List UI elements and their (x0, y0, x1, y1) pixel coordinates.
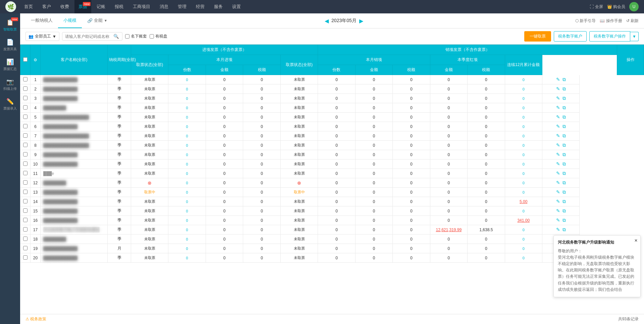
copy-icon[interactable]: ⧉ (562, 161, 566, 167)
has-tax-checkbox[interactable] (150, 34, 154, 39)
edit-icon[interactable]: ✎ (556, 95, 560, 101)
cont12-value[interactable]: 0 (523, 153, 525, 157)
one-click-ticket-btn[interactable]: 一键取票 (524, 31, 551, 42)
nav-tax[interactable]: 报税 (111, 0, 127, 13)
cont12-value[interactable]: 0 (523, 237, 525, 241)
tax-policy-link[interactable]: ⚠ 税务政策 (25, 316, 46, 322)
edit-icon[interactable]: ✎ (556, 227, 560, 232)
row-checkbox[interactable] (23, 199, 28, 203)
copy-icon[interactable]: ⧉ (562, 171, 566, 176)
copy-icon[interactable]: ⧉ (562, 152, 566, 157)
fullscreen-btn[interactable]: ⛶ 全屏 (590, 4, 603, 10)
copy-icon[interactable]: ⧉ (562, 133, 566, 138)
row-checkbox[interactable] (23, 96, 28, 100)
edit-icon[interactable]: ✎ (556, 114, 560, 120)
row-checkbox[interactable] (23, 161, 28, 166)
cont12-value[interactable]: 0 (523, 87, 525, 91)
cont12-value[interactable]: 0 (523, 96, 525, 101)
cont12-link[interactable]: 341.00 (517, 218, 530, 223)
notification-close-btn[interactable]: ✕ (634, 238, 638, 243)
nav-accounting[interactable]: 记账 (93, 0, 109, 13)
copy-icon[interactable]: ⧉ (562, 142, 566, 148)
edit-icon[interactable]: ✎ (556, 152, 560, 157)
row-checkbox[interactable] (23, 208, 28, 213)
edit-icon[interactable]: ✎ (556, 77, 560, 82)
date-next-btn[interactable]: ▶ (359, 18, 363, 24)
nav-customer[interactable]: 客户 (38, 0, 55, 13)
edit-icon[interactable]: ✎ (556, 124, 560, 129)
copy-icon[interactable]: ⧉ (562, 217, 566, 223)
cont12-value[interactable]: 0 (523, 162, 525, 166)
copy-icon[interactable]: ⧉ (562, 114, 566, 120)
nav-settings[interactable]: 设置 (228, 0, 245, 13)
edit-icon[interactable]: ✎ (556, 105, 560, 110)
cont12-value[interactable]: 0 (523, 172, 525, 176)
row-checkbox[interactable] (23, 180, 28, 185)
nav-home[interactable]: 首页 (20, 0, 37, 13)
my-accounts-filter[interactable]: 名下账套 (125, 34, 147, 39)
cont12-value[interactable]: 0 (523, 228, 525, 232)
cont12-value[interactable]: 0 (523, 143, 525, 147)
cont12-value[interactable]: 0 (523, 247, 525, 251)
cont12-value[interactable]: 0 (523, 125, 525, 129)
new-guide-btn[interactable]: ⬡ 新手引导 (575, 18, 596, 24)
row-checkbox[interactable] (23, 218, 28, 222)
edit-icon[interactable]: ✎ (556, 161, 560, 167)
row-checkbox[interactable] (23, 124, 28, 128)
row-checkbox[interactable] (23, 246, 28, 250)
cont12-value[interactable]: 0 (523, 190, 525, 194)
nav-manage[interactable]: 管理 (174, 0, 191, 13)
has-tax-filter[interactable]: 有税盘 (150, 34, 167, 39)
copy-icon[interactable]: ⧉ (562, 180, 566, 185)
tab-all[interactable]: 🔗 全能 ▼ (82, 13, 113, 28)
member-btn[interactable]: 👑 购会员 (607, 4, 625, 10)
edit-icon[interactable]: ✎ (556, 199, 560, 204)
copy-icon[interactable]: ⧉ (562, 105, 566, 110)
sidebar-item-smart-ticket[interactable]: 📋 智能取票 new (1, 16, 19, 35)
nav-message[interactable]: 消息 (156, 0, 172, 13)
sidebar-item-invoice-open[interactable]: 📄 发票开具 (1, 36, 19, 54)
edit-icon[interactable]: ✎ (556, 142, 560, 148)
nav-invoice[interactable]: 票据 new (74, 0, 91, 13)
edit-icon[interactable]: ✎ (556, 86, 560, 91)
copy-icon[interactable]: ⧉ (562, 189, 566, 195)
date-prev-btn[interactable]: ◀ (325, 18, 329, 24)
copy-icon[interactable]: ⧉ (562, 95, 566, 101)
row-checkbox[interactable] (23, 133, 28, 138)
select-all-checkbox[interactable] (23, 57, 28, 62)
cont12-value[interactable]: 0 (523, 78, 525, 82)
sidebar-item-scan-upload[interactable]: 📷 扫描上传 (1, 75, 19, 94)
amount-red-link[interactable]: 12,621,319.99 (436, 228, 462, 232)
search-btn[interactable]: 🔍 (113, 34, 119, 39)
tax-digital-account-btn[interactable]: 税务数字账户 (554, 31, 587, 42)
row-checkbox[interactable] (23, 152, 28, 156)
tab-small-scale[interactable]: 小规模 (58, 13, 82, 28)
user-avatar[interactable]: U (629, 2, 639, 11)
row-checkbox[interactable] (23, 77, 28, 81)
copy-icon[interactable]: ⧉ (562, 208, 566, 213)
tab-general-taxpayer[interactable]: 一般纳税人 (25, 13, 58, 28)
row-checkbox[interactable] (23, 115, 28, 119)
manual-btn[interactable]: 📖 操作手册 (600, 18, 622, 24)
nav-business[interactable]: 工商项目 (129, 0, 154, 13)
tax-digital-account-op-btn[interactable]: 税务数字账户操作 (589, 31, 630, 42)
nav-service[interactable]: 服务 (210, 0, 227, 13)
row-checkbox[interactable] (23, 237, 28, 241)
cont12-value[interactable]: 0 (523, 209, 525, 213)
edit-icon[interactable]: ✎ (556, 171, 560, 176)
employee-select[interactable]: 👥 全部员工 ▼ (25, 32, 59, 41)
copy-icon[interactable]: ⧉ (562, 199, 566, 204)
cont12-value[interactable]: 0 (523, 134, 525, 138)
nav-fee[interactable]: 收费 (56, 0, 73, 13)
edit-icon[interactable]: ✎ (556, 180, 560, 185)
row-checkbox[interactable] (23, 171, 28, 175)
all-dropdown-icon[interactable]: ▼ (104, 19, 107, 22)
refresh-btn[interactable]: ↺ 刷新 (626, 18, 639, 24)
row-checkbox[interactable] (23, 227, 28, 232)
tax-digital-account-op-arrow[interactable]: ▼ (630, 32, 639, 41)
row-checkbox[interactable] (23, 190, 28, 194)
edit-icon[interactable]: ✎ (556, 208, 560, 213)
copy-icon[interactable]: ⧉ (562, 86, 566, 91)
cont12-value[interactable]: 0 (523, 181, 525, 185)
cont12-value[interactable]: 0 (523, 115, 525, 119)
